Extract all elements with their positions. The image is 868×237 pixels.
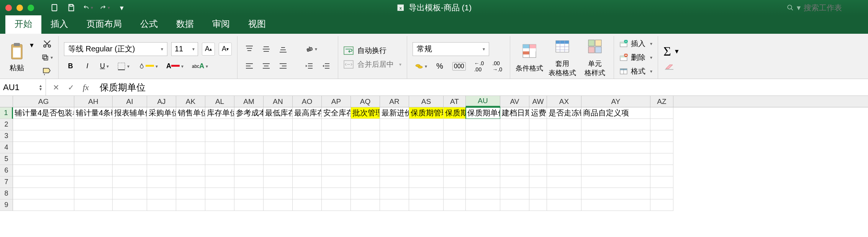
column-header-AZ[interactable]: AZ [650,96,673,107]
cell-AX7[interactable] [547,176,581,188]
fullscreen-window-icon[interactable] [28,5,34,11]
cell-AS3[interactable] [409,130,444,142]
cell-AL2[interactable] [205,119,234,130]
cell-AH8[interactable] [74,188,113,199]
format-cells-button[interactable]: 格式▾ [619,66,652,76]
cell-AX2[interactable] [547,119,581,130]
cell-AG6[interactable] [13,165,74,176]
comma-button[interactable]: 000 [450,60,468,73]
format-as-table-button[interactable]: 套用 表格格式 [549,38,576,77]
cell-AW1[interactable]: 运费 [529,107,547,119]
cell-AT9[interactable] [444,199,466,211]
cell-AX6[interactable] [547,165,581,176]
cell-AM2[interactable] [234,119,264,130]
bold-button[interactable]: B [64,60,77,73]
cell-AP3[interactable] [322,130,351,142]
cell-AH9[interactable] [74,199,113,211]
cell-AG1[interactable]: 辅计量4是否包装单位 [13,107,74,119]
cell-AJ7[interactable] [147,176,176,188]
cell-AP6[interactable] [322,165,351,176]
cell-AI9[interactable] [113,199,147,211]
tab-insert[interactable]: 插入 [41,15,77,34]
cell-AK7[interactable] [176,176,205,188]
cell-AT8[interactable] [444,188,466,199]
align-center-button[interactable] [260,59,273,72]
align-bottom-button[interactable] [277,43,290,56]
cell-AG9[interactable] [13,199,74,211]
cell-AI7[interactable] [113,176,147,188]
cell-AI6[interactable] [113,165,147,176]
row-header-8[interactable]: 8 [0,188,13,199]
cell-AP2[interactable] [322,119,351,130]
cell-AM6[interactable] [234,165,264,176]
merge-center-button[interactable]: 合并后居中▾ [344,59,401,69]
cell-AT7[interactable] [444,176,466,188]
cell-AU6[interactable] [466,165,500,176]
cell-AI4[interactable] [113,142,147,153]
tab-review[interactable]: 审阅 [203,15,239,34]
cell-AK8[interactable] [176,188,205,199]
conditional-formatting-button[interactable]: 条件格式 [516,42,543,73]
cell-AS5[interactable] [409,153,444,165]
tab-home[interactable]: 开始 [5,15,41,34]
align-top-button[interactable] [243,43,256,56]
column-header-AG[interactable]: AG [13,96,74,107]
cell-AX5[interactable] [547,153,581,165]
number-format-selector[interactable]: 常规▾ [413,42,489,56]
cell-AQ3[interactable] [351,130,380,142]
tab-view[interactable]: 视图 [239,15,275,34]
column-header-AU[interactable]: AU [466,96,500,107]
cell-AY5[interactable] [581,153,650,165]
cell-AZ2[interactable] [650,119,673,130]
cell-AU7[interactable] [466,176,500,188]
cell-AQ8[interactable] [351,188,380,199]
increase-decimal-button[interactable]: ←.0.00 [472,60,486,73]
cell-AQ9[interactable] [351,199,380,211]
align-left-button[interactable] [243,59,256,72]
formula-input[interactable]: 保质期单位 [96,81,868,94]
column-header-AT[interactable]: AT [444,96,466,107]
cell-AT4[interactable] [444,142,466,153]
cell-AY8[interactable] [581,188,650,199]
redo-button[interactable]: ▾ [100,3,110,13]
select-all-corner[interactable] [0,96,13,107]
cell-AR6[interactable] [380,165,409,176]
cell-AR2[interactable] [380,119,409,130]
paste-button[interactable]: 粘贴 [9,42,25,73]
underline-button[interactable]: U▾ [98,60,111,73]
format-painter-icon[interactable] [41,67,53,76]
cell-AS2[interactable] [409,119,444,130]
cell-AL7[interactable] [205,176,234,188]
tab-pagelayout[interactable]: 页面布局 [77,15,131,34]
cell-AV1[interactable]: 建档日期 [500,107,529,119]
column-header-AY[interactable]: AY [581,96,650,107]
autosum-button[interactable]: Σ [663,44,671,59]
cell-AW2[interactable] [529,119,547,130]
row-header-4[interactable]: 4 [0,142,13,153]
cell-AY1[interactable]: 商品自定义项 [581,107,650,119]
font-size-selector[interactable]: 11▾ [171,42,198,56]
cell-AO1[interactable]: 最高库存 [293,107,322,119]
cell-AG7[interactable] [13,176,74,188]
cell-AO9[interactable] [293,199,322,211]
undo-button[interactable]: ▾ [83,3,93,13]
cell-AM4[interactable] [234,142,264,153]
column-header-AQ[interactable]: AQ [351,96,380,107]
cell-AN4[interactable] [264,142,293,153]
row-header-3[interactable]: 3 [0,130,13,142]
cell-AT3[interactable] [444,130,466,142]
column-header-AR[interactable]: AR [380,96,409,107]
cell-AW8[interactable] [529,188,547,199]
cell-AH4[interactable] [74,142,113,153]
cell-AU1[interactable]: 保质期单位 [466,107,500,119]
cell-AK9[interactable] [176,199,205,211]
cell-AI8[interactable] [113,188,147,199]
cell-AY4[interactable] [581,142,650,153]
decrease-font-button[interactable]: A▾ [219,43,232,56]
cell-AU3[interactable] [466,130,500,142]
cell-AL1[interactable]: 库存单位 [205,107,234,119]
cell-AJ2[interactable] [147,119,176,130]
cell-AG4[interactable] [13,142,74,153]
enter-formula-icon[interactable]: ✓ [68,83,74,92]
cell-AV2[interactable] [500,119,529,130]
